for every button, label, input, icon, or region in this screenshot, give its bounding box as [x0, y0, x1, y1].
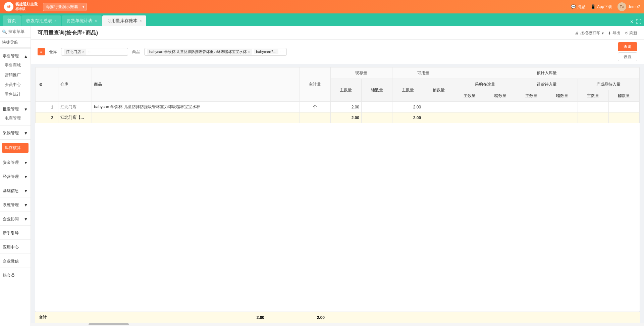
sidebar-item-retail-mall[interactable]: 零售商城 [2, 60, 29, 70]
page-actions: 🖨 按模板打印 ▾ ⬇ 导出 ↺ 刷新 [575, 30, 637, 36]
divider-1 [0, 48, 31, 49]
row2-prod-aux [608, 112, 639, 123]
close-tab-3[interactable]: × [140, 19, 142, 23]
col-available-group: 可用量 [392, 67, 454, 79]
divider-11 [0, 239, 31, 240]
export-btn[interactable]: ⬇ 导出 [608, 30, 621, 36]
row2-pur-main [454, 112, 485, 123]
horizontal-scrollbar[interactable] [31, 323, 644, 326]
column-settings-icon[interactable]: ⚙ [39, 82, 43, 87]
filter-row: » 仓库 江北门店 × ··· 商品 babycare学饮杯 儿童防摔防撞吸管杯… [31, 40, 644, 64]
print-icon: 🖨 [575, 31, 579, 36]
section-system-header[interactable]: 系统管理 ▼ [2, 201, 29, 209]
col-inb-aux: 辅数量 [547, 90, 578, 102]
data-table-container: ⚙ 仓库 商品 主计量 现存量 可用量 预计入库量 主数量 辅数量 主数量 [35, 67, 640, 312]
row2-inb-main [516, 112, 547, 123]
col-stock-aux: 辅数量 [361, 79, 392, 102]
print-btn[interactable]: 🖨 按模板打印 ▾ [575, 30, 604, 36]
product-tag-1-remove[interactable]: × [248, 50, 250, 54]
col-inb-main: 主数量 [516, 90, 547, 102]
close-all-tabs[interactable]: × [630, 19, 633, 25]
row1-pur-aux [485, 102, 516, 112]
expand-filter-btn[interactable]: » [38, 48, 45, 55]
footer-label: 合计 [39, 315, 233, 320]
col-production-group: 产成品待入量 [578, 79, 639, 90]
main-layout: 🔍 搜索菜单 快捷导航 零售管理 ▲ 零售商城 营销推广 会员中心 零售统计 批… [0, 26, 644, 326]
chevron-up-icon: ▲ [24, 54, 28, 59]
section-inventory: 库存核算 [0, 140, 31, 154]
section-appstore-header[interactable]: 应用中心 [2, 243, 29, 251]
industry-selector[interactable]: 母婴行业演示账套 [43, 3, 87, 11]
section-zero-retail-header[interactable]: 零售管理 ▲ [2, 52, 29, 60]
tab-available-inventory[interactable]: 可用量库存账本 × [102, 15, 146, 26]
section-operation: 经营管理 ▼ [0, 170, 31, 182]
search-menu-btn[interactable]: 🔍 搜索菜单 [0, 26, 31, 38]
scrollbar-thumb[interactable] [89, 323, 129, 325]
quick-nav-btn[interactable]: 快捷导航 [0, 38, 31, 48]
row2-product [92, 112, 300, 123]
footer-total-row: 合计 2.00 2.00 [35, 312, 640, 323]
section-batch-header[interactable]: 批发管理 ▼ [2, 105, 29, 113]
chevron-down-icon-basic: ▼ [24, 189, 28, 193]
section-operation-header[interactable]: 经营管理 ▼ [2, 173, 29, 181]
top-bar-right: 💬 消息 📱 App下载 Ea demo2 [571, 2, 640, 11]
product-tag-1: babycare学饮杯 儿童防摔防撞吸管杯重力球吸嘴杯宝宝水杯 × [147, 49, 252, 55]
row1-stock-main: 2.00 [330, 102, 361, 112]
divider-8 [0, 197, 31, 197]
table-row: 2 江北门店【... 2.00 2.00 [36, 112, 640, 123]
section-wecom-header[interactable]: 企业微信 [2, 257, 29, 266]
section-basic-header[interactable]: 基础信息 ▼ [2, 187, 29, 195]
col-prod-main: 主数量 [578, 90, 608, 102]
settings-button[interactable]: 设置 [618, 52, 637, 61]
section-newbie-header[interactable]: 新手引导 [2, 229, 29, 237]
sidebar-item-marketing[interactable]: 营销推广 [2, 70, 29, 80]
close-tab-1[interactable]: × [54, 19, 56, 23]
section-member-header[interactable]: 畅会员 [2, 271, 29, 280]
row1-no: 1 [46, 102, 58, 112]
col-pur-aux: 辅数量 [485, 90, 516, 102]
tab-receive-summary[interactable]: 收发存汇总表 × [21, 15, 61, 26]
col-stock-group: 现存量 [330, 67, 392, 79]
app-icon: 📱 [591, 4, 596, 9]
product-more[interactable]: ··· [280, 49, 284, 54]
sidebar-item-members[interactable]: 会员中心 [2, 80, 29, 90]
sidebar-item-inventory[interactable]: 库存核算 [2, 143, 29, 153]
row2-prod-main [578, 112, 608, 123]
row1-inb-main [516, 102, 547, 112]
message-btn[interactable]: 💬 消息 [571, 4, 585, 10]
col-settings[interactable]: ⚙ [36, 67, 46, 102]
section-enterprise-header[interactable]: 企业协同 ▼ [2, 215, 29, 223]
col-inbound-group: 进货待入量 [516, 79, 578, 90]
row1-available-main: 2.00 [392, 102, 423, 112]
chevron-down-icon-purchase: ▼ [24, 131, 28, 136]
col-unit: 主计量 [300, 67, 330, 102]
logo-text: 畅捷通好生意 [15, 2, 38, 6]
row2-stock-main: 2.00 [330, 112, 361, 123]
row1-available-aux [423, 102, 454, 112]
warehouse-filter-input[interactable]: 江北门店 × ··· [61, 48, 128, 56]
section-capital-header[interactable]: 资金管理 ▼ [2, 158, 29, 167]
row2-pur-aux [485, 112, 516, 123]
tab-home[interactable]: 首页 [3, 15, 21, 26]
chevron-down-icon-batch: ▼ [24, 107, 28, 112]
sidebar-item-ecommerce[interactable]: 电商管理 [2, 113, 29, 123]
warehouse-tag-remove[interactable]: × [82, 50, 84, 54]
avatar: Ea [618, 2, 626, 11]
tab-order-stats[interactable]: 要货单统计表 × [62, 15, 101, 26]
divider-7 [0, 183, 31, 183]
product-filter-input[interactable]: babycare学饮杯 儿童防摔防撞吸管杯重力球吸嘴杯宝宝水杯 × babyca… [144, 48, 287, 56]
refresh-btn[interactable]: ↺ 刷新 [625, 30, 637, 36]
app-download-btn[interactable]: 📱 App下载 [591, 4, 612, 10]
query-button[interactable]: 查询 [618, 42, 637, 51]
row2-warehouse: 江北门店【... [58, 112, 92, 123]
row1-inb-aux [547, 102, 578, 112]
divider-3 [0, 125, 31, 126]
row2-no: 2 [46, 112, 58, 123]
close-tab-2[interactable]: × [95, 19, 97, 23]
section-purchase-header[interactable]: 采购管理 ▼ [2, 129, 29, 137]
chevron-down-icon-sys: ▼ [24, 203, 28, 207]
maximize-btn[interactable]: ⛶ [636, 19, 641, 25]
warehouse-more[interactable]: ··· [88, 49, 92, 54]
user-menu[interactable]: Ea demo2 [618, 2, 640, 11]
sidebar-item-retail-stats[interactable]: 零售统计 [2, 90, 29, 99]
